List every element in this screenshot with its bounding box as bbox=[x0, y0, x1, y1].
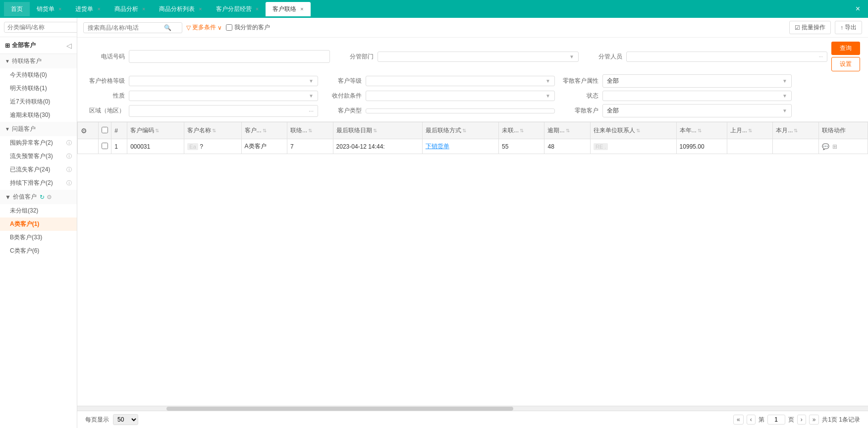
sort-overdue-icon[interactable]: ⇅ bbox=[566, 128, 570, 133]
settings-icon[interactable]: ⚙ bbox=[47, 194, 52, 201]
sidebar-item-abnormal[interactable]: 囤购异常客户(2) ⓘ bbox=[0, 136, 77, 150]
refresh-icon[interactable]: ↻ bbox=[40, 194, 45, 201]
sidebar-item-tomorrow-contact[interactable]: 明天待联络(1) bbox=[0, 82, 77, 95]
sidebar-item-a-class[interactable]: A类客户(1) bbox=[0, 217, 77, 231]
sidebar-group-pending[interactable]: ▼ 待联络客户 bbox=[0, 54, 77, 68]
sidebar-item-b-class[interactable]: B类客户(33) bbox=[0, 231, 77, 244]
nature-dropdown[interactable]: ▼ bbox=[129, 91, 318, 101]
sort-code-icon[interactable]: ⇅ bbox=[155, 128, 159, 133]
nav-product-analysis[interactable]: 商品分析 × bbox=[108, 2, 152, 16]
table-settings-icon[interactable]: ⚙ bbox=[81, 127, 87, 135]
sidebar-group-value[interactable]: ▼ 价值客户 ↻ ⚙ bbox=[0, 190, 77, 204]
query-button[interactable]: 查询 bbox=[831, 42, 860, 55]
sidebar-item-overdue-contact[interactable]: 逾期未联络(30) bbox=[0, 108, 77, 122]
td-not-contacted: 55 bbox=[498, 139, 544, 154]
filter-toggle-btn[interactable]: ▽ 更多条件 ∨ bbox=[186, 23, 222, 32]
td-name[interactable]: Ea ? bbox=[184, 139, 241, 154]
per-page-label: 每页显示 bbox=[85, 416, 109, 424]
close-sales-order[interactable]: × bbox=[58, 6, 61, 12]
data-table-area: ⚙ # 客户编码⇅ 客户名称⇅ 客户...⇅ bbox=[77, 122, 868, 406]
sort-contact-icon[interactable]: ⇅ bbox=[308, 128, 312, 133]
sort-grade-icon[interactable]: ⇅ bbox=[263, 128, 267, 133]
zero-customer-dropdown[interactable]: 全部 ▼ bbox=[602, 104, 792, 117]
sidebar-collapse-btn[interactable]: ◁ bbox=[66, 42, 72, 50]
sort-notcontacted-icon[interactable]: ⇅ bbox=[520, 128, 524, 133]
nav-product-analysis-list[interactable]: 商品分析列表 × bbox=[152, 2, 209, 16]
all-customers-label: 全部客户 bbox=[12, 41, 36, 50]
filter-icon: ▽ bbox=[186, 24, 191, 31]
customer-table: ⚙ # 客户编码⇅ 客户名称⇅ 客户...⇅ bbox=[77, 122, 868, 154]
close-customer-contact[interactable]: × bbox=[300, 6, 303, 12]
dept-dropdown[interactable]: ▼ bbox=[378, 52, 579, 62]
select-all-checkbox[interactable] bbox=[102, 127, 108, 133]
customer-type-dropdown[interactable] bbox=[366, 108, 555, 113]
filter-dept-col: 分管部门 ▼ bbox=[334, 52, 579, 62]
filter-status-col: 状态 ▼ bbox=[559, 91, 792, 101]
staff-dropdown[interactable]: ··· bbox=[626, 52, 827, 62]
toolbar-search-icon[interactable]: 🔍 bbox=[164, 24, 171, 31]
per-page-select[interactable]: 50 100 200 bbox=[113, 414, 138, 425]
th-year-amount: 本年...⇅ bbox=[676, 122, 727, 139]
my-customer-checkbox[interactable] bbox=[226, 24, 232, 31]
phone-input[interactable] bbox=[129, 50, 330, 63]
customer-grade-dropdown[interactable]: ▼ bbox=[366, 76, 555, 86]
sidebar-item-churn-warning[interactable]: 流失预警客户(3) ⓘ bbox=[0, 150, 77, 163]
toolbar-search-box: 🔍 bbox=[83, 22, 182, 33]
pay-dropdown[interactable]: ▼ bbox=[366, 91, 555, 101]
arrow-down-icon-2: ▼ bbox=[5, 126, 10, 132]
nav-customer-contact[interactable]: 客户联络 × bbox=[266, 2, 310, 16]
settings-button[interactable]: 设置 bbox=[831, 57, 860, 71]
pay-arrow: ▼ bbox=[545, 93, 550, 99]
nav-sales-order[interactable]: 销货单 × bbox=[30, 2, 68, 16]
bulk-operation-btn[interactable]: ☑ 批量操作 bbox=[789, 21, 831, 34]
last-page-btn[interactable]: » bbox=[809, 415, 819, 425]
sort-date-icon[interactable]: ⇅ bbox=[373, 128, 377, 133]
chat-icon[interactable]: 💬 bbox=[822, 143, 829, 150]
th-contact-count: 联络...⇅ bbox=[287, 122, 333, 139]
sidebar-item-churned[interactable]: 已流失客户(24) ⓘ bbox=[0, 163, 77, 176]
phone-label: 电话号码 bbox=[85, 53, 125, 61]
status-dropdown[interactable]: ▼ bbox=[602, 91, 792, 101]
sort-thismonth-icon[interactable]: ⇅ bbox=[794, 128, 798, 133]
next-page-btn[interactable]: › bbox=[797, 415, 806, 425]
sort-method-icon[interactable]: ⇅ bbox=[462, 128, 466, 133]
sort-contact2-icon[interactable]: ⇅ bbox=[636, 128, 640, 133]
row-checkbox[interactable] bbox=[102, 143, 108, 149]
nav-customer-segment[interactable]: 客户分层经营 × bbox=[209, 2, 266, 16]
nav-purchase-order[interactable]: 进货单 × bbox=[68, 2, 107, 16]
close-product-analysis-list[interactable]: × bbox=[199, 6, 202, 12]
price-grade-dropdown[interactable]: ▼ bbox=[129, 76, 318, 86]
filter-customer-type-col: 客户类型 bbox=[322, 107, 555, 115]
close-purchase-order[interactable]: × bbox=[97, 6, 100, 12]
last-method-link[interactable]: 下销货单 bbox=[426, 143, 449, 150]
scrollbar-thumb[interactable] bbox=[166, 407, 513, 411]
first-page-btn[interactable]: « bbox=[733, 415, 744, 425]
prev-page-btn[interactable]: ‹ bbox=[747, 415, 756, 425]
th-overdue: 逾期...⇅ bbox=[544, 122, 591, 139]
sidebar-item-today-contact[interactable]: 今天待联络(0) bbox=[0, 68, 77, 82]
sidebar-item-declining[interactable]: 持续下滑客户(2) ⓘ bbox=[0, 176, 77, 190]
sidebar-item-7days-contact[interactable]: 近7天待联络(0) bbox=[0, 95, 77, 108]
nature-label: 性质 bbox=[85, 92, 125, 100]
td-overdue: 48 bbox=[544, 139, 591, 154]
filter-area: 电话号码 分管部门 ▼ 分管人员 ··· bbox=[77, 38, 868, 122]
page-number-input[interactable] bbox=[767, 415, 785, 425]
close-customer-segment[interactable]: × bbox=[256, 6, 259, 12]
sort-name-icon[interactable]: ⇅ bbox=[212, 128, 216, 133]
grid-action-icon[interactable]: ⊞ bbox=[832, 143, 837, 150]
horizontal-scrollbar[interactable] bbox=[77, 406, 868, 411]
sidebar-search-input[interactable] bbox=[4, 22, 77, 33]
sidebar-group-problem[interactable]: ▼ 问题客户 bbox=[0, 122, 77, 136]
window-close-button[interactable]: × bbox=[852, 4, 864, 13]
export-btn[interactable]: ↑ 导出 bbox=[835, 21, 862, 34]
sidebar-item-c-class[interactable]: C类客户(6) bbox=[0, 244, 77, 258]
region-input[interactable]: ··· bbox=[129, 105, 318, 117]
sort-lastmonth-icon[interactable]: ⇅ bbox=[748, 128, 752, 133]
td-last-method[interactable]: 下销货单 bbox=[422, 139, 498, 154]
toolbar-search-input[interactable] bbox=[88, 24, 162, 31]
close-product-analysis[interactable]: × bbox=[142, 6, 145, 12]
nav-home[interactable]: 首页 bbox=[4, 2, 30, 16]
zero-attr-dropdown[interactable]: 全部 ▼ bbox=[602, 74, 792, 88]
sidebar-item-unclassified[interactable]: 未分组(32) bbox=[0, 204, 77, 217]
sort-year-icon[interactable]: ⇅ bbox=[698, 128, 702, 133]
